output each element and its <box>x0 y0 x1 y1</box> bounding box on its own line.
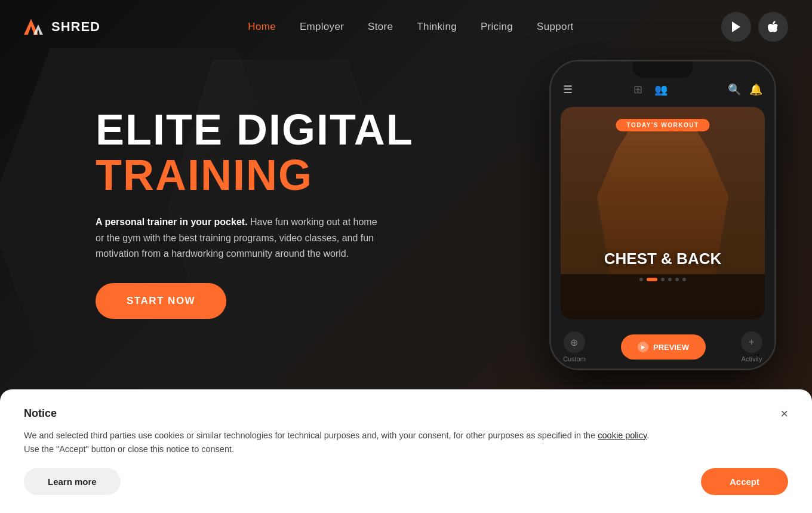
phone-screen: ☰ ⊞ 👥 🔍 🔔 TODAY'S WORKOUT CHEST & BACK <box>551 62 774 368</box>
group-icon[interactable]: 👥 <box>654 83 668 96</box>
activity-label: Activity <box>742 355 762 363</box>
nav-employer[interactable]: Employer <box>300 21 344 32</box>
accept-button[interactable]: Accept <box>701 468 788 495</box>
activity-bottom-item[interactable]: + Activity <box>741 331 762 363</box>
cookie-notice: Notice × We and selected third parties u… <box>0 389 812 513</box>
notice-actions: Learn more Accept <box>24 468 788 495</box>
nav-pricing[interactable]: Pricing <box>481 21 513 32</box>
custom-icon: ⊕ <box>564 331 585 353</box>
workout-athlete-image: TODAY'S WORKOUT CHEST & BACK <box>561 107 765 274</box>
nav-store[interactable]: Store <box>368 21 393 32</box>
preview-play-icon: ▶ <box>638 342 648 352</box>
notice-body-text1: We and selected third parties use cookie… <box>24 431 595 440</box>
nav-thinking[interactable]: Thinking <box>417 21 457 32</box>
activity-icon: + <box>741 331 762 353</box>
learn-more-button[interactable]: Learn more <box>24 468 121 495</box>
dot-3 <box>661 278 665 281</box>
notice-title: Notice <box>24 407 57 420</box>
search-icon[interactable]: 🔍 <box>728 83 741 96</box>
navbar: SHRED Home Employer Store Thinking Prici… <box>0 0 812 54</box>
svg-marker-2 <box>732 21 740 32</box>
bell-icon[interactable]: 🔔 <box>749 83 762 96</box>
hero-subtitle: A personal trainer in your pocket. Have … <box>96 214 388 262</box>
today-workout-tag: TODAY'S WORKOUT <box>616 119 710 131</box>
topbar-center: ⊞ 👥 <box>633 83 668 96</box>
notice-body-text2: Use the "Accept" button or close this no… <box>24 444 234 454</box>
preview-label: PREVIEW <box>653 343 689 352</box>
dot-indicators <box>639 274 686 282</box>
app-bottom-bar: ⊕ Custom ▶ PREVIEW + Activity <box>551 324 774 368</box>
topbar-right: 🔍 🔔 <box>728 83 762 96</box>
dot-4 <box>668 278 672 281</box>
grid-icon[interactable]: ⊞ <box>633 83 642 96</box>
notice-body: We and selected third parties use cookie… <box>24 429 788 456</box>
brand-name: SHRED <box>51 19 100 35</box>
google-play-button[interactable] <box>721 12 751 42</box>
chest-back-title: CHEST & BACK <box>604 250 721 268</box>
dot-6 <box>682 278 686 281</box>
dot-5 <box>675 278 679 281</box>
nav-links: Home Employer Store Thinking Pricing Sup… <box>248 21 573 33</box>
nav-home[interactable]: Home <box>248 21 276 32</box>
hero-subtitle-bold: A personal trainer in your pocket. <box>96 217 248 227</box>
custom-bottom-item[interactable]: ⊕ Custom <box>563 331 586 363</box>
phone-frame: ☰ ⊞ 👥 🔍 🔔 TODAY'S WORKOUT CHEST & BACK <box>549 60 776 370</box>
app-store-button[interactable] <box>758 12 788 42</box>
phone-notch <box>633 62 693 78</box>
notice-header: Notice × <box>24 407 788 420</box>
phone-mockup: ☰ ⊞ 👥 🔍 🔔 TODAY'S WORKOUT CHEST & BACK <box>549 60 776 370</box>
brand-logo[interactable]: SHRED <box>24 15 100 39</box>
start-now-button[interactable]: START NOW <box>96 283 226 319</box>
custom-label: Custom <box>563 355 586 363</box>
hero-content: ELITE DIGITAL TRAINING A personal traine… <box>96 107 414 319</box>
workout-card: TODAY'S WORKOUT CHEST & BACK <box>561 107 765 320</box>
menu-icon[interactable]: ☰ <box>563 83 573 96</box>
notice-close-button[interactable]: × <box>780 407 788 420</box>
dot-1 <box>639 278 643 281</box>
cookie-policy-link[interactable]: cookie policy <box>598 431 647 440</box>
nav-support[interactable]: Support <box>537 21 574 32</box>
nav-actions <box>721 12 788 42</box>
preview-button[interactable]: ▶ PREVIEW <box>621 334 706 360</box>
hero-title: ELITE DIGITAL TRAINING <box>96 107 414 198</box>
dot-2-active <box>647 278 657 281</box>
